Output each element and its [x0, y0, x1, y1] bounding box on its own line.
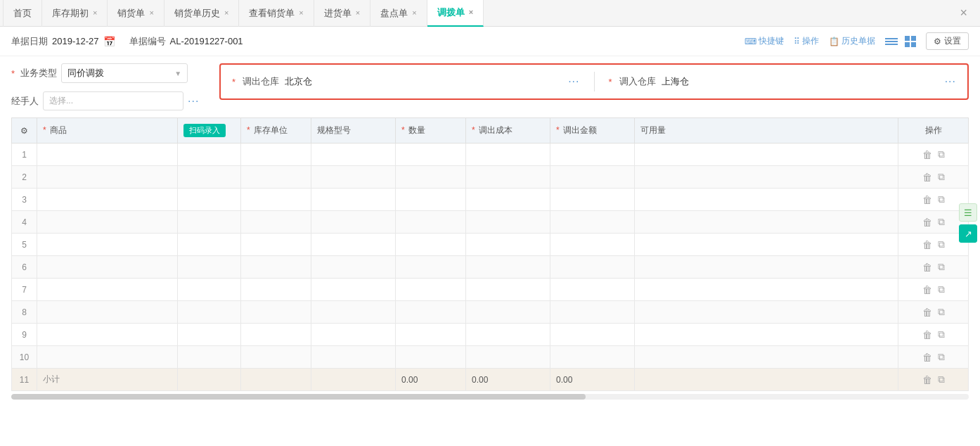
copy-icon[interactable]: ⧉: [938, 374, 945, 386]
close-purchase-order[interactable]: ×: [356, 9, 360, 17]
amount-cell[interactable]: [550, 166, 635, 189]
unit-cell[interactable]: [241, 324, 311, 346]
copy-row-icon[interactable]: ⧉: [938, 148, 945, 160]
amount-cell[interactable]: [550, 211, 635, 234]
product-cell[interactable]: [37, 189, 178, 211]
spec-cell[interactable]: [311, 346, 396, 369]
spec-cell[interactable]: [311, 144, 396, 166]
amount-cell[interactable]: [550, 234, 635, 256]
close-sales-order[interactable]: ×: [149, 9, 153, 17]
tab-sales-history[interactable]: 销货单历史 ×: [165, 0, 239, 27]
delete-row-icon[interactable]: 🗑: [922, 284, 932, 295]
cost-cell[interactable]: [466, 166, 550, 189]
th-scan[interactable]: 扫码录入: [178, 118, 241, 144]
view-toggle-grid[interactable]: [905, 36, 916, 47]
cost-cell[interactable]: [466, 324, 550, 346]
tab-purchase-order[interactable]: 进货单 ×: [314, 0, 370, 27]
product-cell[interactable]: [37, 144, 178, 166]
product-cell[interactable]: [37, 234, 178, 256]
copy-row-icon[interactable]: ⧉: [938, 351, 945, 363]
quantity-cell[interactable]: [396, 166, 466, 189]
spec-cell[interactable]: [311, 279, 396, 301]
close-transfer-order[interactable]: ×: [469, 8, 473, 16]
product-cell[interactable]: [37, 346, 178, 369]
quantity-cell[interactable]: [396, 189, 466, 211]
tab-sales-order[interactable]: 销货单 ×: [108, 0, 164, 27]
spec-cell[interactable]: [311, 189, 396, 211]
unit-cell[interactable]: [241, 256, 311, 279]
amount-cell[interactable]: [550, 324, 635, 346]
unit-cell[interactable]: [241, 211, 311, 234]
business-type-selector[interactable]: 同价调拨 ▼: [61, 63, 188, 83]
delete-row-icon[interactable]: 🗑: [922, 239, 932, 250]
delete-row-icon[interactable]: 🗑: [922, 149, 932, 160]
unit-cell[interactable]: [241, 301, 311, 324]
horizontal-scrollbar[interactable]: [11, 394, 969, 400]
product-cell[interactable]: [37, 301, 178, 324]
close-view-sales[interactable]: ×: [299, 9, 303, 17]
unit-cell[interactable]: [241, 144, 311, 166]
quantity-cell[interactable]: [396, 256, 466, 279]
cost-cell[interactable]: [466, 234, 550, 256]
quantity-cell[interactable]: [396, 346, 466, 369]
delete-icon[interactable]: 🗑: [922, 374, 932, 386]
operations-button[interactable]: ⠿ 操作: [794, 35, 819, 47]
quantity-cell[interactable]: [396, 301, 466, 324]
delete-row-icon[interactable]: 🗑: [922, 217, 932, 228]
amount-cell[interactable]: [550, 301, 635, 324]
cost-cell[interactable]: [466, 346, 550, 369]
cost-cell[interactable]: [466, 211, 550, 234]
close-inventory-init[interactable]: ×: [93, 9, 97, 17]
delete-row-icon[interactable]: 🗑: [922, 352, 932, 363]
tab-transfer-order[interactable]: 调拨单 ×: [427, 0, 484, 27]
th-settings[interactable]: ⚙: [12, 118, 37, 144]
copy-row-icon[interactable]: ⧉: [938, 261, 945, 273]
copy-row-icon[interactable]: ⧉: [938, 216, 945, 228]
quantity-cell[interactable]: [396, 279, 466, 301]
spec-cell[interactable]: [311, 301, 396, 324]
tab-inventory-check[interactable]: 盘点单 ×: [370, 0, 427, 27]
copy-row-icon[interactable]: ⧉: [938, 193, 945, 205]
tab-view-sales[interactable]: 查看销货单 ×: [239, 0, 314, 27]
product-cell[interactable]: [37, 279, 178, 301]
amount-cell[interactable]: [550, 189, 635, 211]
spec-cell[interactable]: [311, 324, 396, 346]
amount-cell[interactable]: [550, 279, 635, 301]
cost-cell[interactable]: [466, 256, 550, 279]
quantity-cell[interactable]: [396, 211, 466, 234]
cost-cell[interactable]: [466, 144, 550, 166]
product-cell[interactable]: [37, 166, 178, 189]
unit-cell[interactable]: [241, 166, 311, 189]
delete-row-icon[interactable]: 🗑: [922, 194, 932, 205]
spec-cell[interactable]: [311, 256, 396, 279]
quantity-cell[interactable]: [396, 144, 466, 166]
history-button[interactable]: 📋 历史单据: [829, 35, 875, 47]
spec-cell[interactable]: [311, 166, 396, 189]
spec-cell[interactable]: [311, 211, 396, 234]
amount-cell[interactable]: [550, 346, 635, 369]
calendar-icon[interactable]: 📅: [103, 36, 115, 47]
settings-button[interactable]: ⚙ 设置: [926, 32, 969, 50]
handler-selector[interactable]: 选择...: [43, 91, 183, 110]
unit-cell[interactable]: [241, 189, 311, 211]
copy-row-icon[interactable]: ⧉: [938, 171, 945, 183]
unit-cell[interactable]: [241, 234, 311, 256]
copy-row-icon[interactable]: ⧉: [938, 306, 945, 318]
side-list-button[interactable]: ☰: [959, 203, 977, 222]
scan-button[interactable]: 扫码录入: [183, 124, 226, 137]
source-warehouse-more-button[interactable]: ···: [568, 75, 579, 88]
shortcuts-button[interactable]: ⌨ 快捷键: [744, 35, 784, 47]
product-cell[interactable]: [37, 324, 178, 346]
side-expand-button[interactable]: ↗: [959, 224, 977, 243]
tab-home[interactable]: 首页: [3, 0, 42, 27]
amount-cell[interactable]: [550, 144, 635, 166]
quantity-cell[interactable]: [396, 234, 466, 256]
copy-row-icon[interactable]: ⧉: [938, 329, 945, 340]
tab-inventory-init[interactable]: 库存期初 ×: [42, 0, 108, 27]
view-toggle-list[interactable]: [885, 38, 898, 45]
target-warehouse-more-button[interactable]: ···: [945, 75, 956, 88]
product-cell[interactable]: [37, 256, 178, 279]
quantity-cell[interactable]: [396, 324, 466, 346]
copy-row-icon[interactable]: ⧉: [938, 238, 945, 250]
spec-cell[interactable]: [311, 234, 396, 256]
